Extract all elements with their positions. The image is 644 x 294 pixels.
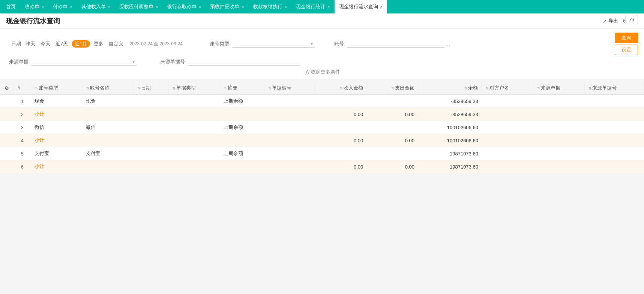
nav-tab-receipt[interactable]: 收款单 × — [20, 0, 48, 13]
col-source-doc[interactable]: ⇅来源单据 — [533, 82, 585, 95]
close-icon[interactable]: × — [108, 4, 110, 9]
row-expense — [367, 95, 418, 108]
row-num: 4 — [14, 134, 31, 147]
row-doc-no — [264, 160, 316, 173]
row-doc-no — [264, 121, 316, 134]
row-summary — [220, 108, 264, 121]
row-doc-type — [169, 121, 220, 134]
row-balance: 19871073.60 — [418, 160, 482, 173]
date-btn-today[interactable]: 今天 — [39, 40, 52, 48]
close-icon[interactable]: × — [327, 4, 330, 9]
export-label: 导出 — [608, 18, 618, 24]
close-icon[interactable]: × — [70, 4, 72, 9]
account-input-wrapper: ... — [347, 40, 450, 48]
row-date — [134, 121, 169, 134]
row-num: 2 — [14, 108, 31, 121]
col-income[interactable]: ⇅收入金额 — [316, 82, 367, 95]
date-btn-custom[interactable]: 自定义 — [107, 40, 125, 48]
row-doc-no — [264, 147, 316, 160]
col-settings[interactable]: ⚙ — [0, 82, 14, 95]
export-icon: ↗ — [603, 18, 607, 24]
col-account-type[interactable]: ⇅账号类型 — [31, 82, 82, 95]
source-doc-value — [33, 59, 35, 64]
nav-tab-prepay[interactable]: 预收冲应收单 × — [206, 0, 248, 13]
nav-tab-label: 首页 — [6, 3, 16, 10]
nav-tab-payment[interactable]: 付款单 × — [48, 0, 77, 13]
col-summary[interactable]: ⇅摘要 — [220, 82, 264, 95]
export-button[interactable]: ↗ 导出 — [603, 18, 618, 24]
col-account-name[interactable]: ⇅账号名称 — [82, 82, 134, 95]
row-counterpart — [482, 121, 533, 134]
chevron-down-icon: ▾ — [132, 59, 135, 64]
col-source-doc-no[interactable]: ⇅来源单据号 — [584, 82, 644, 95]
row-num: 3 — [14, 121, 31, 134]
close-icon[interactable]: × — [199, 4, 201, 9]
nav-tab-label: 收款单 — [25, 3, 39, 10]
row-source-doc — [533, 95, 585, 108]
nav-tab-bank-stats[interactable]: 现金银行统计 × — [291, 0, 334, 13]
date-shortcuts: 昨天 今天 近7天 近1月 更多 自定义 — [24, 40, 125, 48]
page-title: 现金银行流水查询 — [6, 16, 60, 25]
col-date[interactable]: ⇅日期 — [134, 82, 169, 95]
row-settings-cell — [0, 160, 14, 173]
nav-tab-ar-ap-adjust[interactable]: 应收应付调整单 × — [115, 0, 162, 13]
account-dots-btn[interactable]: ... — [446, 41, 450, 47]
row-account-type: 支付宝 — [31, 147, 82, 160]
close-icon[interactable]: × — [42, 4, 44, 9]
collapse-bar[interactable]: ⋀ 收起更多条件 — [6, 69, 638, 75]
row-income: 0.00 — [316, 108, 367, 121]
account-input[interactable] — [347, 40, 444, 48]
row-num: 1 — [14, 95, 31, 108]
settings-button[interactable]: 设置 — [615, 45, 638, 55]
source-doc-no-input[interactable] — [188, 58, 300, 66]
row-summary — [220, 134, 264, 147]
row-income: 0.00 — [316, 160, 367, 173]
nav-tab-verify[interactable]: 收款核销执行 × — [249, 0, 291, 13]
row-account-type: 小计 — [31, 108, 82, 121]
row-date — [134, 147, 169, 160]
date-btn-7days[interactable]: 近7天 — [54, 40, 69, 48]
row-source-doc — [533, 121, 585, 134]
row-doc-type — [169, 134, 220, 147]
nav-tab-label: 付款单 — [53, 3, 68, 10]
date-btn-yesterday[interactable]: 昨天 — [24, 40, 37, 48]
source-doc-label: 来源单据 — [6, 58, 29, 65]
col-counterpart[interactable]: ⇅对方户名 — [482, 82, 533, 95]
close-icon[interactable]: × — [380, 4, 383, 9]
row-account-name: 现金 — [82, 95, 134, 108]
row-summary: 上期余额 — [220, 95, 264, 108]
nav-tab-home[interactable]: 首页 — [2, 0, 20, 13]
row-summary: 上期余额 — [220, 147, 264, 160]
source-doc-select[interactable]: ▾ — [32, 58, 137, 66]
chevron-down-icon: ▾ — [311, 41, 313, 46]
ai-badge[interactable]: Ai — [625, 15, 638, 24]
row-counterpart — [482, 108, 533, 121]
row-expense: 0.00 — [367, 134, 418, 147]
row-doc-type — [169, 160, 220, 173]
nav-tab-other-income[interactable]: 其他收入单 × — [77, 0, 115, 13]
col-expense[interactable]: ⇅支出金额 — [367, 82, 418, 95]
table-row: 2 小计 0.00 0.00 -3528659.33 — [0, 108, 644, 121]
date-btn-more[interactable]: 更多 — [92, 40, 105, 48]
col-doc-no[interactable]: ⇅单据编号 — [264, 82, 316, 95]
nav-tab-bank-withdraw[interactable]: 银行存取款单 × — [163, 0, 206, 13]
close-icon[interactable]: × — [156, 4, 158, 9]
close-icon[interactable]: × — [285, 4, 287, 9]
col-balance[interactable]: ⇅余额 — [418, 82, 482, 95]
row-settings-cell — [0, 147, 14, 160]
close-icon[interactable]: × — [242, 4, 244, 9]
row-source-doc-no — [584, 108, 644, 121]
query-button[interactable]: 查询 — [615, 33, 638, 43]
row-date — [134, 160, 169, 173]
account-type-select[interactable]: ▾ — [232, 40, 315, 48]
row-source-doc-no — [584, 147, 644, 160]
row-account-name: 支付宝 — [82, 147, 134, 160]
row-account-name: 微信 — [82, 121, 134, 134]
source-doc-no-label: 来源单据号 — [161, 58, 185, 65]
nav-tab-bank-flow[interactable]: 现金银行流水查询 × — [335, 0, 387, 13]
row-num: 6 — [14, 160, 31, 173]
col-doc-type[interactable]: ⇅单据类型 — [169, 82, 220, 95]
top-nav: 首页 收款单 × 付款单 × 其他收入单 × 应收应付调整单 × 银行存取款单 … — [0, 0, 644, 13]
date-btn-1month[interactable]: 近1月 — [72, 40, 90, 48]
row-doc-no — [264, 95, 316, 108]
